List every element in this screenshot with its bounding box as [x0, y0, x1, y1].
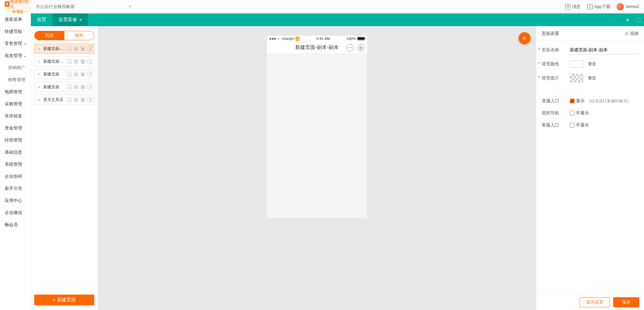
miniprogram-menu-icon[interactable]: ⋯ — [346, 44, 354, 51]
bgcolor-reset[interactable]: 重置 — [588, 61, 596, 67]
set-home-icon[interactable]: ⌂ — [67, 97, 72, 102]
segment-page[interactable]: 页面 — [35, 31, 64, 40]
page-row-2[interactable]: ≡新建页面⌂⧉🗑↗ — [34, 69, 94, 79]
field-bgimg-label: 背景图片 — [542, 75, 565, 81]
copy-page-icon[interactable]: ⧉ — [74, 46, 78, 51]
live-show-input[interactable] — [570, 99, 575, 103]
delete-page-icon[interactable]: 🗑 — [80, 97, 85, 102]
page-name-label: 新建页面-副本 — [43, 59, 65, 64]
open-external-icon[interactable]: ↗ — [87, 85, 92, 89]
drag-handle-icon[interactable]: ≡ — [37, 97, 41, 102]
delete-page-icon[interactable]: 🗑 — [80, 59, 85, 64]
delete-page-icon[interactable]: 🗑 — [80, 72, 85, 76]
set-home-icon[interactable]: ⌂ — [67, 85, 72, 89]
brand-logo[interactable]: b 畅捷通好生意 标准版 — [5, 0, 31, 13]
page-row-1[interactable]: ≡新建页面-副本⌂⧉🗑↗ — [34, 56, 94, 66]
miniprogram-close-icon[interactable]: ◎ — [357, 44, 365, 51]
tab-home-label: 首页 — [37, 17, 46, 23]
bottom-nav-checkbox[interactable]: 不显示 — [570, 110, 589, 116]
cs-input[interactable] — [570, 123, 575, 127]
sidebar-item-12[interactable]: 系统管理 — [0, 158, 31, 170]
signal-dots-icon: ●●●○○ — [269, 37, 280, 41]
sidebar-item-1[interactable]: 快捷导航 — [0, 25, 31, 38]
sidebar-item-4[interactable]: 营销推广 — [0, 62, 31, 74]
page-row-4[interactable]: ≡昊天文具店⌂⧉🗑↗ — [34, 95, 94, 105]
segment-component-label: 组件 — [75, 33, 84, 39]
set-home-button[interactable]: 设为首页 — [580, 297, 610, 307]
set-home-icon[interactable]: ⌂ — [67, 46, 72, 51]
phone-body[interactable] — [267, 54, 367, 218]
bottom-nav-input[interactable] — [570, 111, 575, 115]
sidebar-item-17[interactable]: 畅会员 — [0, 219, 31, 231]
brand-main: 畅捷通好生意 — [10, 0, 31, 9]
sidebar-item-8[interactable]: 库存核算 — [0, 110, 31, 122]
bgcolor-swatch[interactable] — [570, 60, 583, 68]
sidebar-item-15[interactable]: 应用中心 — [0, 195, 31, 207]
sidebar-item-13[interactable]: 企业协同 — [0, 170, 31, 183]
set-home-icon[interactable]: ⌂ — [67, 72, 72, 76]
sidebar-item-label: 畅会员 — [5, 222, 18, 228]
phone-page-title: 新建页面-副本-副本 — [295, 44, 339, 51]
account-set-label: 办公品行业模拟账套 — [36, 4, 75, 10]
tab-fullscreen-button[interactable]: ⛶ — [633, 13, 644, 26]
sidebar-item-label: 营销推广 — [8, 65, 25, 71]
page-row-0[interactable]: ≡新建页面-副本…⌂⧉🗑↗ — [34, 44, 94, 54]
sidebar-item-label: 资金管理 — [5, 125, 22, 131]
sidebar-item-5[interactable]: 销售管理 — [0, 74, 31, 86]
app-download-button[interactable]: ▯ App下载 — [587, 4, 610, 10]
page-name-label: 新建页面-副本… — [43, 46, 65, 52]
drag-handle-icon[interactable]: ≡ — [37, 85, 41, 89]
drag-handle-icon[interactable]: ≡ — [37, 72, 41, 76]
drag-handle-icon[interactable]: ≡ — [37, 59, 41, 64]
page-name-label: 昊天文具店 — [43, 97, 65, 103]
sidebar-item-6[interactable]: 电商管理 — [0, 86, 31, 98]
page-row-3[interactable]: ≡新建页面⌂⧉🗑↗ — [34, 82, 94, 92]
field-page-name-label: 页面名称 — [542, 47, 565, 53]
sidebar-item-14[interactable]: 新手引导 — [0, 183, 31, 195]
sidebar-item-3[interactable]: 批发管理 — [0, 50, 31, 62]
sidebar-item-11[interactable]: 基础信息 — [0, 146, 31, 158]
drag-handle-icon[interactable]: ≡ — [37, 46, 41, 51]
page-name-input[interactable] — [570, 46, 639, 54]
sidebar-item-0[interactable]: 搜索菜单 — [0, 13, 31, 25]
video-help-link[interactable]: ⊙ 视频 — [625, 31, 639, 37]
sidebar-item-16[interactable]: 企业微信 — [0, 207, 31, 219]
page-component-segment: 页面 组件 — [34, 31, 94, 40]
new-page-button[interactable]: + 新建页面 — [34, 295, 94, 305]
bgimg-picker[interactable] — [570, 74, 583, 83]
open-external-icon[interactable]: ↗ — [87, 72, 92, 76]
bgimg-reset[interactable]: 重置 — [588, 75, 596, 81]
open-external-icon[interactable]: ↗ — [87, 46, 92, 51]
messages-button[interactable]: ✉ 消息 — [565, 4, 581, 10]
cs-noshow-text: 不显示 — [576, 122, 589, 128]
open-external-icon[interactable]: ↗ — [87, 97, 92, 102]
set-home-icon[interactable]: ⌂ — [67, 59, 72, 64]
cs-checkbox[interactable]: 不显示 — [570, 122, 589, 128]
sidebar-item-7[interactable]: 采购管理 — [0, 98, 31, 110]
account-set-dropdown[interactable]: 办公品行业模拟账套 — [36, 4, 132, 10]
canvas-menu-fab[interactable]: ≡ — [519, 32, 531, 44]
tab-home[interactable]: 首页 — [31, 13, 52, 26]
live-show-checkbox[interactable]: 显示 — [570, 98, 585, 104]
tab-page-editor[interactable]: 首页装修 × — [52, 13, 88, 26]
copy-page-icon[interactable]: ⧉ — [74, 85, 78, 89]
copy-page-icon[interactable]: ⧉ — [74, 72, 78, 76]
user-name[interactable]: demo2 — [626, 4, 639, 9]
live-show-text: 显示 — [576, 98, 585, 104]
sidebar-item-10[interactable]: 经营管理 — [0, 134, 31, 146]
user-avatar[interactable] — [616, 3, 624, 10]
play-icon: ⊙ — [625, 31, 629, 36]
copy-page-icon[interactable]: ⧉ — [74, 97, 78, 102]
delete-page-icon[interactable]: 🗑 — [80, 85, 85, 89]
video-help-label: 视频 — [630, 31, 639, 37]
copy-page-icon[interactable]: ⧉ — [74, 59, 78, 64]
tab-close-icon[interactable]: × — [79, 17, 82, 22]
sidebar-item-label: 搜索菜单 — [5, 16, 22, 22]
delete-page-icon[interactable]: 🗑 — [80, 46, 85, 51]
tab-close-all-button[interactable]: ✕ — [623, 13, 633, 26]
sidebar-item-2[interactable]: 零售管理 — [0, 38, 31, 50]
open-external-icon[interactable]: ↗ — [87, 59, 92, 64]
sidebar-item-9[interactable]: 资金管理 — [0, 122, 31, 134]
save-button[interactable]: 保存 — [613, 297, 639, 307]
segment-component[interactable]: 组件 — [64, 31, 94, 40]
